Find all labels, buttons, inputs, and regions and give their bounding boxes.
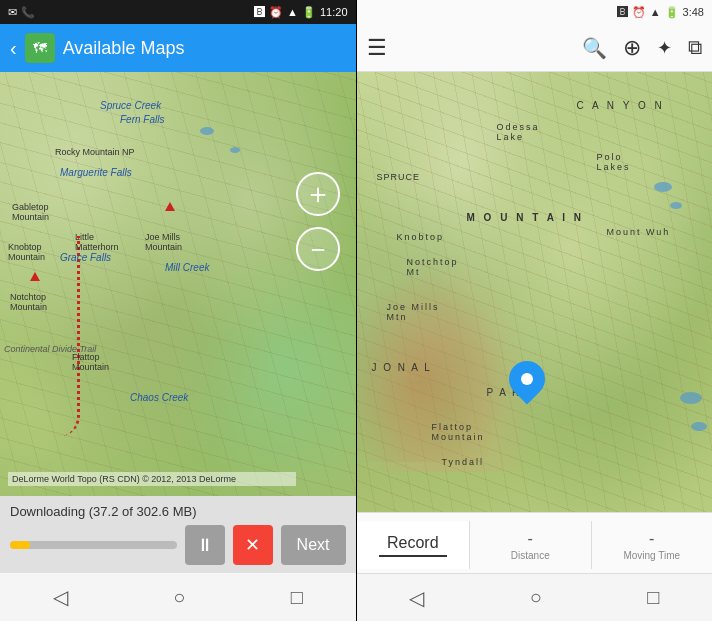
- map-marker-2: [30, 272, 40, 281]
- pin-shape: [502, 354, 553, 405]
- status-left-icons: ✉ 📞: [8, 6, 35, 19]
- waypoint-button[interactable]: ✦: [657, 37, 672, 59]
- nav-back-right[interactable]: ◁: [409, 586, 424, 610]
- record-underline: [379, 555, 447, 557]
- distance-value: -: [528, 530, 533, 548]
- zoom-out-button[interactable]: －: [296, 227, 340, 271]
- lake-r4: [691, 422, 707, 431]
- topo-map-left[interactable]: Spruce Creek Fern Falls Rocky Mountain N…: [0, 72, 356, 496]
- alarm-icon-r: ⏰: [632, 6, 646, 19]
- download-bar: Downloading (37.2 of 302.6 MB) ⏸ ✕ Next: [0, 496, 356, 573]
- search-button[interactable]: 🔍: [582, 36, 607, 60]
- target-button[interactable]: ⊕: [623, 35, 641, 61]
- label-canyon: C A N Y O N: [577, 100, 665, 111]
- record-label: Record: [387, 534, 439, 552]
- lake-2: [230, 147, 240, 153]
- menu-button[interactable]: ☰: [367, 35, 387, 61]
- moving-time-value: -: [649, 530, 654, 548]
- zoom-in-button[interactable]: ＋: [296, 172, 340, 216]
- label-fern-falls: Fern Falls: [120, 114, 164, 125]
- label-joe-mills-r: Joe MillsMtn: [387, 302, 440, 322]
- back-button[interactable]: ‹: [10, 37, 17, 60]
- nav-app-left[interactable]: □: [291, 586, 303, 609]
- label-odessa: OdessaLake: [497, 122, 540, 142]
- map-left[interactable]: Spruce Creek Fern Falls Rocky Mountain N…: [0, 72, 356, 496]
- label-chaos-creek: Chaos Creek: [130, 392, 188, 403]
- label-polo-lakes: PoloLakes: [597, 152, 631, 172]
- action-row: Record - Distance - Moving Time: [357, 521, 713, 569]
- signal-icon: ▲: [287, 6, 298, 18]
- distance-cell: - Distance: [470, 521, 592, 569]
- label-mount-wuh: Mount Wuh: [607, 227, 671, 237]
- label-tyndall: Tyndall: [442, 457, 485, 467]
- nav-home-left[interactable]: ○: [173, 586, 185, 609]
- app-icon: 🗺: [25, 33, 55, 63]
- right-panel: 🅱 ⏰ ▲ 🔋 3:48 ☰ 🔍 ⊕ ✦ ⧉ C A N Y O N SPRUC: [357, 0, 713, 621]
- trail-path: [0, 236, 80, 436]
- progress-fill: [10, 541, 30, 549]
- cancel-button[interactable]: ✕: [233, 525, 273, 565]
- phone-icon: 📞: [21, 6, 35, 19]
- label-mill-creek: Mill Creek: [165, 262, 209, 273]
- label-marguerite: Marguerite Falls: [60, 167, 132, 178]
- pause-button[interactable]: ⏸: [185, 525, 225, 565]
- left-panel: ✉ 📞 🅱 ⏰ ▲ 🔋 11:20 ‹ 🗺 Available Maps: [0, 0, 356, 621]
- status-right-icons-r: 🅱 ⏰ ▲ 🔋 3:48: [617, 6, 704, 19]
- bottom-action-bar: Record - Distance - Moving Time: [357, 512, 713, 573]
- lake-r3: [680, 392, 702, 404]
- alarm-icon: ⏰: [269, 6, 283, 19]
- nav-home-right[interactable]: ○: [530, 586, 542, 609]
- label-jonal: J O N A L: [372, 362, 432, 373]
- contour-shading: [357, 262, 517, 462]
- lake-r2: [670, 202, 682, 209]
- download-info: Downloading (37.2 of 302.6 MB): [10, 504, 346, 519]
- battery-icon-r: 🔋: [665, 6, 679, 19]
- status-bar-left: ✉ 📞 🅱 ⏰ ▲ 🔋 11:20: [0, 0, 356, 24]
- minus-icon: －: [304, 230, 332, 268]
- location-pin: [509, 361, 545, 397]
- status-bar-right: 🅱 ⏰ ▲ 🔋 3:48: [357, 0, 713, 24]
- nav-back-left[interactable]: ◁: [53, 585, 68, 609]
- copyright-text: DeLorme World Topo (RS CDN) © 2012, 2013…: [8, 472, 296, 486]
- map-right[interactable]: C A N Y O N SPRUCE M O U N T A I N PoloL…: [357, 72, 713, 512]
- next-button[interactable]: Next: [281, 525, 346, 565]
- app-header: ‹ 🗺 Available Maps: [0, 24, 356, 72]
- time-right: 3:48: [683, 6, 704, 18]
- label-gabletop: GabletopMountain: [12, 202, 49, 222]
- moving-time-cell: - Moving Time: [592, 521, 713, 569]
- topo-map-right[interactable]: C A N Y O N SPRUCE M O U N T A I N PoloL…: [357, 72, 713, 512]
- email-icon: ✉: [8, 6, 17, 19]
- record-button[interactable]: Record: [357, 521, 471, 569]
- label-joe-mills: Joe MillsMountain: [145, 232, 182, 252]
- layers-button[interactable]: ⧉: [688, 36, 702, 59]
- nav-app-right[interactable]: □: [647, 586, 659, 609]
- map-marker-1: [165, 202, 175, 211]
- pause-icon: ⏸: [196, 535, 214, 556]
- time-left: 11:20: [320, 6, 348, 18]
- nav-bar-left: ◁ ○ □: [0, 573, 356, 621]
- cancel-icon: ✕: [245, 534, 260, 556]
- lake-1: [200, 127, 214, 135]
- bluetooth-icon-r: 🅱: [617, 6, 628, 18]
- label-flattop-r: FlattopMountain: [432, 422, 485, 442]
- label-spruce: SPRUCE: [377, 172, 421, 182]
- toolbar-right: ☰ 🔍 ⊕ ✦ ⧉: [357, 24, 713, 72]
- pin-inner: [521, 373, 533, 385]
- lake-r1: [654, 182, 672, 192]
- signal-icon-r: ▲: [650, 6, 661, 18]
- plus-icon: ＋: [304, 175, 332, 213]
- label-mountain: M O U N T A I N: [467, 212, 585, 223]
- bluetooth-icon: 🅱: [254, 6, 265, 18]
- distance-label: Distance: [511, 550, 550, 561]
- nav-bar-right: ◁ ○ □: [357, 573, 713, 621]
- label-rmnp: Rocky Mountain NP: [55, 147, 135, 157]
- bottom-controls: ⏸ ✕ Next: [10, 525, 346, 565]
- status-right-icons: 🅱 ⏰ ▲ 🔋 11:20: [254, 6, 347, 19]
- battery-icon: 🔋: [302, 6, 316, 19]
- label-little-matterhorn: LittleMatterhorn: [75, 232, 119, 252]
- moving-time-label: Moving Time: [623, 550, 680, 561]
- progress-bar: [10, 541, 177, 549]
- page-title: Available Maps: [63, 38, 185, 59]
- label-notchtop-r: NotchtopMt: [407, 257, 459, 277]
- label-knobtop-r: Knobtop: [397, 232, 445, 242]
